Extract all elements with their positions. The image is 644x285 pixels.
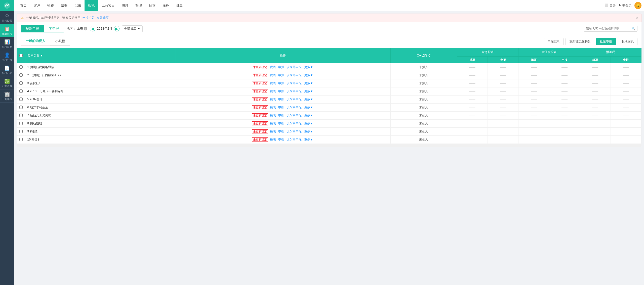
nav-manage[interactable]: 管理 <box>132 0 145 11</box>
op-tax-table[interactable]: 税表 <box>270 89 276 93</box>
op-more[interactable]: 更多▼ <box>304 114 313 117</box>
op-declare[interactable]: 申报 <box>278 114 284 117</box>
op-tax-table[interactable]: 税表 <box>270 65 276 69</box>
member-btn[interactable]: ▶ 畅会员 <box>619 3 631 8</box>
op-more[interactable]: 更多▼ <box>304 89 313 93</box>
op-more[interactable]: 更多▼ <box>304 65 313 69</box>
row-checkbox[interactable] <box>19 65 23 69</box>
region-info-icon[interactable]: i <box>84 27 87 30</box>
op-zero-declare[interactable]: 设为零申报 <box>287 130 302 133</box>
row-checkbox[interactable] <box>19 114 23 117</box>
op-more[interactable]: 更多▼ <box>304 122 313 125</box>
nav-billing[interactable]: 收费 <box>44 0 57 11</box>
op-zero-declare[interactable]: 设为零申报 <box>287 81 302 85</box>
bottom-scrollbar[interactable] <box>17 144 641 147</box>
btn-batch-declare[interactable]: 批量申报 <box>596 38 616 45</box>
op-tax-table[interactable]: 税表 <box>270 122 276 125</box>
row-name: 2007会计 <box>30 98 43 101</box>
tab-zero-declaration[interactable]: 零申报 <box>44 25 64 32</box>
op-more[interactable]: 更多▼ <box>304 98 313 101</box>
alert-link-buy[interactable]: 立即购买 <box>97 16 109 20</box>
row-checkbox[interactable] <box>19 73 23 77</box>
op-zero-declare[interactable]: 设为零申报 <box>287 122 302 125</box>
subtab-small-scale[interactable]: 小规模 <box>50 37 70 45</box>
avatar[interactable]: 😊 <box>634 2 641 9</box>
search-input[interactable] <box>586 27 631 30</box>
sidebar-item-business-annual[interactable]: 🏢 工商年报 <box>0 89 14 103</box>
nav-settings[interactable]: 设置 <box>173 0 186 11</box>
op-more[interactable]: 更多▼ <box>304 130 313 133</box>
row-checkbox[interactable] <box>19 138 23 141</box>
nav-operation[interactable]: 经营 <box>145 0 159 11</box>
nav-tax[interactable]: 报税 <box>85 0 98 11</box>
tab-tax-declaration[interactable]: 税款申报 <box>21 25 44 32</box>
op-zero-declare[interactable]: 设为零申报 <box>287 138 302 141</box>
op-declare[interactable]: 申报 <box>278 89 284 93</box>
fullscreen-btn[interactable]: ⬜ 全屏 <box>605 3 615 8</box>
op-declare[interactable]: 申报 <box>278 130 284 133</box>
row-checkbox[interactable] <box>19 106 23 109</box>
sidebar-item-batch-tax[interactable]: 📋 批量报税 <box>0 24 14 37</box>
op-tax-table[interactable]: 税表 <box>270 98 276 101</box>
row-fin-fill: —— <box>457 136 488 144</box>
ca-info-icon[interactable]: C <box>428 54 431 57</box>
sidebar-item-tax-overview[interactable]: 📊 报税总览 <box>0 37 14 50</box>
nav-service[interactable]: 服务 <box>159 0 173 11</box>
op-declare[interactable]: 申报 <box>278 106 284 109</box>
op-more[interactable]: 更多▼ <box>304 138 313 141</box>
op-declare[interactable]: 申报 <box>278 98 284 101</box>
status-badge: 未更新税定 <box>252 137 268 141</box>
row-checkbox[interactable] <box>19 89 23 93</box>
sidebar-item-personal-tax[interactable]: 👤 个税申报 <box>0 50 14 63</box>
sidebar-item-annual-calc[interactable]: 💹 汇算清缴 <box>0 76 14 89</box>
staff-select[interactable]: 全部员工 ▼ <box>122 25 143 32</box>
row-add-report: —— <box>611 79 641 87</box>
op-zero-declare[interactable]: 设为零申报 <box>287 89 302 93</box>
nav-message[interactable]: 消息 <box>118 0 132 11</box>
alert-link-summary[interactable]: 申报汇总 <box>83 16 95 20</box>
op-declare[interactable]: 申报 <box>278 65 284 69</box>
date-prev-button[interactable]: ◀ <box>90 26 95 31</box>
op-zero-declare[interactable]: 设为零申报 <box>287 73 302 77</box>
main-container: 首页 客户 收费 票据 记账 报税 工商项目 消息 管理 经营 服务 设置 ⬜ … <box>14 0 644 285</box>
op-declare[interactable]: 申报 <box>278 73 284 77</box>
row-checkbox[interactable] <box>19 81 23 85</box>
btn-update-tax[interactable]: 更新税定及取数 <box>566 38 594 45</box>
btn-collect-receipt[interactable]: 收取回执 <box>618 38 637 45</box>
op-tax-table[interactable]: 税表 <box>270 114 276 117</box>
row-checkbox[interactable] <box>19 130 23 133</box>
row-checkbox[interactable] <box>19 98 23 101</box>
nav-customer[interactable]: 客户 <box>30 0 44 11</box>
op-tax-table[interactable]: 税表 <box>270 73 276 77</box>
op-declare[interactable]: 申报 <box>278 81 284 85</box>
nav-home[interactable]: 首页 <box>17 0 30 11</box>
op-declare[interactable]: 申报 <box>278 122 284 125</box>
nav-accounting[interactable]: 记账 <box>71 0 85 11</box>
nav-invoice[interactable]: 票据 <box>57 0 71 11</box>
row-tax-report: —— <box>549 136 580 144</box>
op-declare[interactable]: 申报 <box>278 138 284 141</box>
btn-declaration-record[interactable]: 申报记录 <box>544 38 564 45</box>
op-zero-declare[interactable]: 设为零申报 <box>287 114 302 117</box>
sidebar-item-tax-record[interactable]: 📄 报税记录 <box>0 63 14 76</box>
select-all-checkbox[interactable] <box>19 54 23 57</box>
op-tax-table[interactable]: 税表 <box>270 130 276 133</box>
row-checkbox[interactable] <box>19 122 23 125</box>
sidebar-item-tax-settings[interactable]: ⚙ 报税设置 <box>0 11 14 24</box>
nav-business[interactable]: 工商项目 <box>98 0 118 11</box>
op-more[interactable]: 更多▼ <box>304 106 313 109</box>
op-more[interactable]: 更多▼ <box>304 73 313 77</box>
op-tax-table[interactable]: 税表 <box>270 81 276 85</box>
alert-close-button[interactable]: ✕ <box>635 16 638 20</box>
op-zero-declare[interactable]: 设为零申报 <box>287 106 302 109</box>
sidebar-label-tax-record: 报税记录 <box>2 72 12 75</box>
search-icon[interactable]: 🔍 <box>631 27 635 30</box>
row-operations: 未更新税定 税表 申报 设为零申报 更多▼ <box>175 128 390 136</box>
op-tax-table[interactable]: 税表 <box>270 138 276 141</box>
subtab-general-taxpayer[interactable]: 一般的纳税人 <box>21 37 50 45</box>
op-zero-declare[interactable]: 设为零申报 <box>287 65 302 69</box>
op-tax-table[interactable]: 税表 <box>270 106 276 109</box>
date-next-button[interactable]: ▶ <box>114 26 119 31</box>
op-zero-declare[interactable]: 设为零申报 <box>287 98 302 101</box>
op-more[interactable]: 更多▼ <box>304 81 313 85</box>
